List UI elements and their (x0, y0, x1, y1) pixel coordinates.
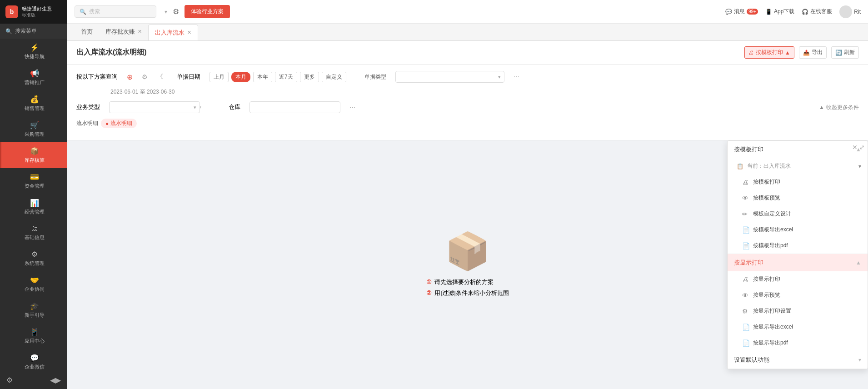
display-export-excel-item[interactable]: 📄 按显示导出excel (728, 319, 868, 335)
topbar-message-label: 消息 (734, 8, 745, 15)
sidebar-item-wecom[interactable]: 💬 企业微信 (0, 349, 67, 371)
tab-flow[interactable]: 出入库流水 ✕ (148, 25, 198, 40)
date-tag-current-month[interactable]: 本月 (231, 72, 250, 82)
app-download-icon: 📱 (765, 9, 772, 15)
date-tag-more[interactable]: 更多 (300, 72, 319, 82)
print-template-btn[interactable]: 🖨 按模板打印 ▲ (744, 46, 794, 59)
filter-area: 按以下方案查询 ⊕ ⚙ 《 单据日期 上月 本月 本年 近7天 更多 自定义 单… (67, 65, 868, 140)
page-body: 📦 ① 请先选择要分析的方案 ② 用[过滤]条件来缩小分析范围 (67, 140, 868, 389)
collapse-filter-icon[interactable]: 《 (157, 73, 163, 81)
display-print-section-header[interactable]: 按显示打印 ▲ (728, 254, 868, 271)
tab-batch-account-close-icon[interactable]: ✕ (138, 29, 142, 35)
date-tag-last-month[interactable]: 上月 (210, 72, 229, 82)
biz-type-select[interactable] (109, 101, 200, 113)
display-print-item[interactable]: 🖨 按显示打印 (728, 271, 868, 287)
current-template-item[interactable]: 📋 当前：出入库流水 ▾ (728, 158, 868, 174)
topbar-dropdown-icon[interactable]: ▾ (165, 9, 167, 15)
headset-icon: 🎧 (802, 9, 808, 15)
topbar-online-service[interactable]: 🎧 在线客服 (802, 8, 832, 15)
template-print-item[interactable]: 🖨 按模板打印 (728, 174, 868, 190)
display-preview-item[interactable]: 👁 按显示预览 (728, 287, 868, 303)
topbar-user[interactable]: Rit (839, 5, 861, 18)
template-export-excel-item[interactable]: 📄 按模板导出excel (728, 222, 868, 238)
doc-type-select[interactable] (395, 71, 504, 83)
template-export-pdf-item[interactable]: 📄 按模板导出pdf (728, 238, 868, 254)
chevron-up-icon: ▲ (785, 50, 790, 56)
date-tag-last-7days[interactable]: 近7天 (275, 72, 297, 82)
panel-close-btn[interactable]: ✕ (852, 144, 858, 151)
topbar-app-download[interactable]: 📱 App下载 (765, 8, 794, 15)
sidebar-item-guide[interactable]: 🎓 新手引导 (0, 297, 67, 323)
date-tag-custom[interactable]: 自定义 (322, 72, 346, 82)
tab-flow-close-icon[interactable]: ✕ (187, 30, 191, 35)
tab-home[interactable]: 首页 (75, 24, 99, 40)
topbar-search-box[interactable]: 🔍 搜索 (75, 5, 156, 18)
refresh-icon: 🔄 (835, 50, 842, 56)
export-btn[interactable]: 📤 导出 (799, 46, 827, 59)
sidebar-item-inventory[interactable]: 📦 库存核算 (0, 142, 67, 168)
excel-icon: 📄 (742, 226, 749, 234)
sidebar-item-purchase[interactable]: 🛒 采购管理 (0, 116, 67, 142)
template-custom-item[interactable]: ✏ 模板自定义设计 (728, 206, 868, 222)
sidebar-item-label: 企业微信 (25, 364, 45, 370)
tab-batch-account[interactable]: 库存批次账 ✕ (99, 24, 148, 40)
doc-type-more-icon[interactable]: ··· (514, 73, 519, 81)
sidebar-item-quick-nav[interactable]: ⚡ 快捷导航 (0, 39, 67, 65)
warehouse-input[interactable] (249, 101, 340, 113)
add-filter-icon[interactable]: ⊕ (127, 73, 133, 81)
template-print-section-header[interactable]: 按模板打印 ▲ (728, 141, 868, 158)
collab-icon: 🤝 (30, 276, 39, 284)
design-icon: ✏ (742, 210, 749, 218)
topbar-settings-icon[interactable]: ⚙ (173, 7, 179, 16)
sidebar-item-collab[interactable]: 🤝 企业协同 (0, 271, 67, 297)
search-icon: 🔍 (5, 28, 12, 35)
page-title: 出入库流水(流水明细) (76, 48, 147, 63)
current-template-label: 当前：出入库流水 (747, 162, 791, 170)
settings-filter-icon[interactable]: ⚙ (142, 73, 148, 80)
tab-flow-label: 出入库流水 (155, 29, 185, 37)
template-preview-item[interactable]: 👁 按模板预览 (728, 190, 868, 206)
template-print-label: 按模板打印 (753, 178, 780, 186)
sidebar-collapse-icon[interactable]: ◀▶ (50, 376, 61, 384)
tag-label: 流水明细 (76, 120, 98, 127)
warehouse-more-icon[interactable]: ··· (349, 103, 355, 111)
default-section: 设置默认功能 ▾ (728, 351, 868, 369)
tag-pill-item[interactable]: ● 流水明细 (101, 119, 137, 128)
sidebar-item-system[interactable]: ⚙ 系统管理 (0, 245, 67, 271)
doc-type-label: 单据类型 (364, 73, 386, 81)
sidebar-item-marketing[interactable]: 📢 营销推广 (0, 65, 67, 90)
topbar-online-service-label: 在线客服 (810, 8, 832, 15)
collapse-more-btn[interactable]: ▲ 收起更多条件 (819, 104, 859, 111)
refresh-btn[interactable]: 🔄 刷新 (831, 46, 859, 59)
filter-row-date-range: x 2023-06-01 至 2023-06-30 (76, 88, 859, 96)
display-export-pdf-label: 按显示导出pdf (753, 339, 788, 347)
topbar-message[interactable]: 💬 消息 99+ (725, 8, 758, 15)
brand-name: 畅捷通好生意 (22, 5, 52, 12)
sidebar-nav: ⚡ 快捷导航 📢 营销推广 💰 销售管理 🛒 采购管理 📦 库存核算 💳 资金管… (0, 39, 67, 371)
tab-home-label: 首页 (81, 28, 93, 36)
panel-expand-btn[interactable]: ⤢ (859, 144, 865, 151)
biz-type-label: 业务类型 (76, 103, 100, 111)
sidebar-item-basic[interactable]: 🗂 基础信息 (0, 220, 67, 245)
export-icon: 📤 (803, 50, 810, 56)
default-section-header[interactable]: 设置默认功能 ▾ (728, 351, 868, 369)
industry-btn[interactable]: 体验行业方案 (185, 5, 230, 18)
sidebar-item-finance[interactable]: 💳 资金管理 (0, 168, 67, 194)
sidebar-item-sales[interactable]: 💰 销售管理 (0, 90, 67, 116)
sidebar-item-label: 资金管理 (25, 183, 45, 190)
display-print-settings-item[interactable]: ⚙ 按显示打印设置 (728, 303, 868, 319)
print-template-label: 按模板打印 (756, 49, 783, 56)
topbar-right: 💬 消息 99+ 📱 App下载 🎧 在线客服 Rit (725, 5, 861, 18)
query-label: 按以下方案查询 (76, 73, 118, 81)
display-export-pdf-item[interactable]: 📄 按显示导出pdf (728, 335, 868, 351)
sidebar-logo: b 畅捷通好生意 标准版 (0, 0, 67, 24)
current-label-icon: 📋 (737, 163, 743, 170)
sidebar-item-apps[interactable]: 📱 应用中心 (0, 323, 67, 349)
date-tag-current-year[interactable]: 本年 (253, 72, 272, 82)
sidebar-search[interactable]: 🔍 搜索菜单 (0, 24, 67, 39)
panel-controls: ✕ ⤢ (852, 144, 865, 151)
guide-icon: 🎓 (30, 302, 39, 310)
sidebar-search-label: 搜索菜单 (15, 27, 37, 35)
sidebar-item-operation[interactable]: 📊 经营管理 (0, 194, 67, 220)
sidebar-settings-icon[interactable]: ⚙ (6, 376, 13, 384)
